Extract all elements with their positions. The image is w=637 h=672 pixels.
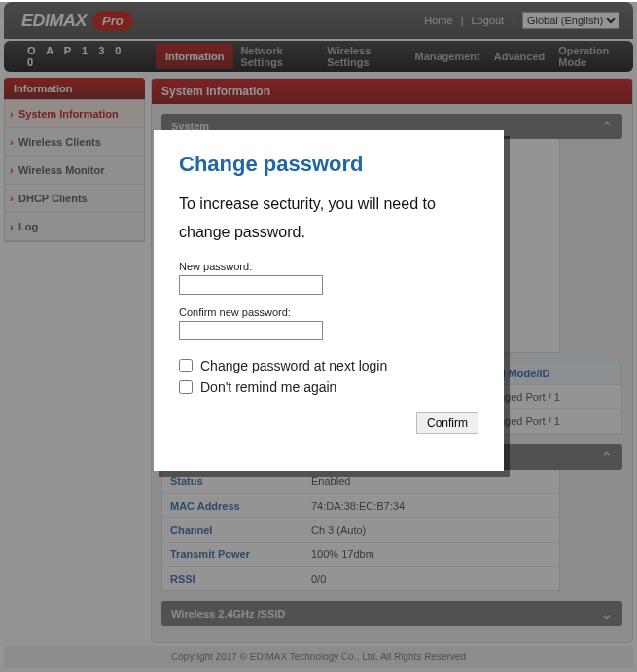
dont-remind-label: Don't remind me again (200, 379, 336, 395)
new-password-label: New password: (179, 261, 478, 272)
new-password-input[interactable] (179, 275, 323, 295)
change-next-login-checkbox[interactable] (179, 359, 193, 372)
change-next-login-label: Change password at next login (200, 358, 387, 373)
confirm-button[interactable]: Confirm (416, 412, 478, 434)
confirm-password-label: Confirm new password: (179, 306, 478, 318)
change-password-modal: Change password To increase secturity, y… (154, 130, 504, 471)
modal-title: Change password (179, 152, 478, 177)
confirm-password-input[interactable] (179, 321, 323, 340)
dont-remind-checkbox[interactable] (179, 380, 193, 394)
modal-description: To increase secturity, you will need to … (179, 191, 478, 247)
